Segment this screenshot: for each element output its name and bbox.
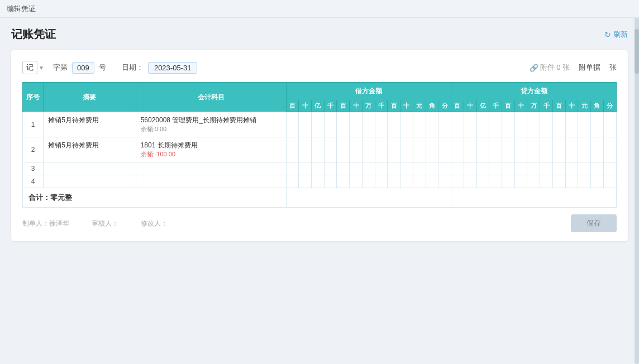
credit-cell-r1-c8[interactable] xyxy=(552,137,565,162)
row-account-1[interactable]: 1801 长期待摊费用余额:-100.00 xyxy=(136,137,286,162)
credit-cell-r2-c12[interactable] xyxy=(603,162,616,175)
debit-cell-r2-c8[interactable] xyxy=(388,162,400,175)
credit-cell-r1-c12[interactable] xyxy=(603,137,616,162)
debit-cell-r1-c8[interactable] xyxy=(388,137,400,162)
scrollbar[interactable] xyxy=(635,18,639,364)
debit-cell-r2-c10[interactable] xyxy=(413,162,426,175)
credit-cell-r2-c8[interactable] xyxy=(552,162,565,175)
credit-cell-r0-c6[interactable] xyxy=(527,112,540,137)
debit-cell-r2-c3[interactable] xyxy=(324,162,337,175)
debit-cell-r2-c4[interactable] xyxy=(337,162,350,175)
row-account-0[interactable]: 56020008 管理费用_长期待摊费用摊销余额:0.00 xyxy=(136,112,286,137)
debit-cell-r3-c8[interactable] xyxy=(388,175,400,188)
debit-cell-r1-c7[interactable] xyxy=(375,137,388,162)
credit-cell-r0-c5[interactable] xyxy=(514,112,527,137)
credit-cell-r2-c3[interactable] xyxy=(489,162,502,175)
debit-cell-r3-c5[interactable] xyxy=(350,175,363,188)
credit-cell-r2-c0[interactable] xyxy=(451,162,464,175)
credit-cell-r3-c12[interactable] xyxy=(603,175,616,188)
debit-cell-r0-c2[interactable] xyxy=(311,112,324,137)
row-summary-2[interactable] xyxy=(44,162,136,175)
debit-cell-r3-c12[interactable] xyxy=(438,175,451,188)
credit-cell-r2-c1[interactable] xyxy=(464,162,476,175)
debit-cell-r3-c1[interactable] xyxy=(299,175,312,188)
debit-cell-r2-c5[interactable] xyxy=(350,162,363,175)
credit-cell-r2-c10[interactable] xyxy=(578,162,591,175)
credit-cell-r0-c8[interactable] xyxy=(552,112,565,137)
debit-cell-r0-c1[interactable] xyxy=(299,112,312,137)
credit-cell-r0-c2[interactable] xyxy=(476,112,489,137)
credit-cell-r0-c1[interactable] xyxy=(464,112,476,137)
scrollbar-thumb[interactable] xyxy=(635,29,639,74)
debit-cell-r0-c10[interactable] xyxy=(413,112,426,137)
debit-cell-r0-c12[interactable] xyxy=(438,112,451,137)
credit-cell-r3-c4[interactable] xyxy=(502,175,514,188)
credit-cell-r3-c10[interactable] xyxy=(578,175,591,188)
credit-cell-r1-c0[interactable] xyxy=(451,137,464,162)
debit-cell-r2-c1[interactable] xyxy=(299,162,312,175)
row-summary-1[interactable]: 摊销5月待摊费用 xyxy=(44,137,136,162)
debit-cell-r1-c0[interactable] xyxy=(286,137,299,162)
debit-cell-r1-c11[interactable] xyxy=(426,137,438,162)
debit-cell-r0-c3[interactable] xyxy=(324,112,337,137)
debit-cell-r1-c10[interactable] xyxy=(413,137,426,162)
credit-cell-r2-c6[interactable] xyxy=(527,162,540,175)
debit-cell-r3-c0[interactable] xyxy=(286,175,299,188)
credit-cell-r3-c3[interactable] xyxy=(489,175,502,188)
credit-cell-r0-c11[interactable] xyxy=(591,112,604,137)
credit-cell-r2-c4[interactable] xyxy=(502,162,514,175)
debit-cell-r2-c9[interactable] xyxy=(400,162,413,175)
debit-cell-r0-c6[interactable] xyxy=(362,112,375,137)
debit-cell-r0-c11[interactable] xyxy=(426,112,438,137)
debit-cell-r2-c6[interactable] xyxy=(362,162,375,175)
debit-cell-r0-c5[interactable] xyxy=(350,112,363,137)
debit-cell-r0-c4[interactable] xyxy=(337,112,350,137)
debit-cell-r2-c2[interactable] xyxy=(311,162,324,175)
credit-cell-r3-c1[interactable] xyxy=(464,175,476,188)
debit-cell-r2-c11[interactable] xyxy=(426,162,438,175)
credit-cell-r0-c12[interactable] xyxy=(603,112,616,137)
credit-cell-r0-c10[interactable] xyxy=(578,112,591,137)
row-account-2[interactable] xyxy=(136,162,286,175)
credit-cell-r1-c10[interactable] xyxy=(578,137,591,162)
credit-cell-r3-c7[interactable] xyxy=(540,175,553,188)
debit-cell-r2-c12[interactable] xyxy=(438,162,451,175)
credit-cell-r2-c5[interactable] xyxy=(514,162,527,175)
credit-cell-r0-c3[interactable] xyxy=(489,112,502,137)
voucher-number[interactable]: 009 xyxy=(72,62,94,74)
credit-cell-r3-c11[interactable] xyxy=(591,175,604,188)
credit-cell-r1-c11[interactable] xyxy=(591,137,604,162)
row-summary-3[interactable] xyxy=(44,175,136,188)
credit-cell-r2-c7[interactable] xyxy=(540,162,553,175)
debit-cell-r3-c7[interactable] xyxy=(375,175,388,188)
attachment-button[interactable]: 🔗 附件 0 张 xyxy=(530,63,570,73)
row-summary-0[interactable]: 摊销5月待摊费用 xyxy=(44,112,136,137)
credit-cell-r1-c1[interactable] xyxy=(464,137,476,162)
debit-cell-r3-c6[interactable] xyxy=(362,175,375,188)
credit-cell-r1-c7[interactable] xyxy=(540,137,553,162)
debit-cell-r3-c11[interactable] xyxy=(426,175,438,188)
refresh-button[interactable]: ↻ 刷新 xyxy=(604,30,628,40)
debit-cell-r0-c9[interactable] xyxy=(400,112,413,137)
debit-cell-r3-c9[interactable] xyxy=(400,175,413,188)
credit-cell-r3-c2[interactable] xyxy=(476,175,489,188)
debit-cell-r1-c4[interactable] xyxy=(337,137,350,162)
credit-cell-r0-c7[interactable] xyxy=(540,112,553,137)
credit-cell-r0-c4[interactable] xyxy=(502,112,514,137)
credit-cell-r3-c0[interactable] xyxy=(451,175,464,188)
debit-cell-r3-c10[interactable] xyxy=(413,175,426,188)
credit-cell-r1-c3[interactable] xyxy=(489,137,502,162)
debit-cell-r1-c1[interactable] xyxy=(299,137,312,162)
debit-cell-r3-c4[interactable] xyxy=(337,175,350,188)
debit-cell-r1-c6[interactable] xyxy=(362,137,375,162)
row-account-3[interactable] xyxy=(136,175,286,188)
debit-cell-r0-c7[interactable] xyxy=(375,112,388,137)
credit-cell-r0-c9[interactable] xyxy=(565,112,578,137)
credit-cell-r3-c8[interactable] xyxy=(552,175,565,188)
debit-cell-r1-c5[interactable] xyxy=(350,137,363,162)
debit-cell-r2-c7[interactable] xyxy=(375,162,388,175)
credit-cell-r2-c11[interactable] xyxy=(591,162,604,175)
dropdown-arrow-icon[interactable]: ▼ xyxy=(39,65,44,71)
voucher-type-selector[interactable]: 记 xyxy=(22,61,37,74)
debit-cell-r3-c2[interactable] xyxy=(311,175,324,188)
